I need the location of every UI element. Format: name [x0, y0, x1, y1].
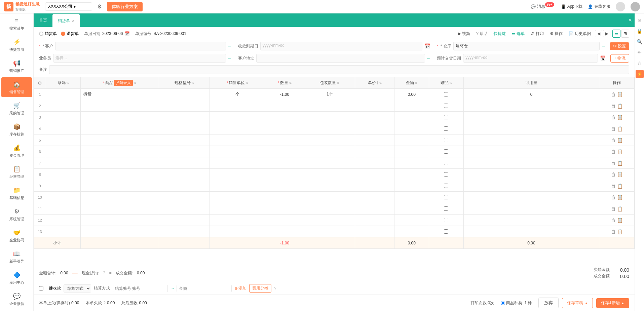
gift-checkbox[interactable] — [444, 195, 448, 199]
cell-gift[interactable] — [429, 89, 464, 100]
sort-spec-icon[interactable]: ⇅ — [191, 81, 194, 85]
table-gear-icon[interactable]: ⚙ — [38, 80, 42, 86]
cell-qty[interactable] — [265, 203, 304, 215]
expected-cal-icon[interactable]: 📅 — [600, 55, 606, 61]
window-close-icon[interactable]: × — [628, 17, 632, 24]
operate-btn[interactable]: ⚙ 操作 — [548, 30, 565, 38]
history-btn[interactable]: 📄 历史单据 — [567, 30, 593, 38]
cell-price[interactable] — [355, 112, 394, 123]
delete-icon[interactable]: 🗑 — [611, 115, 616, 120]
cell-qty[interactable] — [265, 112, 304, 123]
delete-icon[interactable]: 🗑 — [611, 103, 616, 109]
copy-icon[interactable]: 📋 — [617, 183, 623, 189]
abandon-button[interactable]: 放弃 — [538, 298, 559, 308]
cell-packqty[interactable] — [304, 192, 355, 203]
sort-packqty-icon[interactable]: ⇅ — [337, 81, 339, 85]
online-service-button[interactable]: 👤 在线客服 — [588, 4, 610, 9]
cell-unit[interactable] — [210, 123, 265, 134]
sort-amount-icon[interactable]: ⇅ — [415, 81, 417, 85]
amount-input[interactable] — [177, 285, 232, 292]
cell-unit[interactable]: 个 — [210, 89, 265, 100]
sort-price-icon[interactable]: ⇅ — [379, 81, 382, 85]
remark-input[interactable] — [49, 65, 629, 74]
cell-packqty[interactable]: 1个 — [304, 89, 355, 100]
cell-gift[interactable] — [429, 192, 464, 203]
cell-packqty[interactable] — [304, 215, 355, 226]
rp-edit-btn[interactable]: ✏ — [636, 48, 644, 56]
cell-packqty[interactable] — [304, 169, 355, 180]
copy-icon[interactable]: 📋 — [617, 92, 623, 97]
addr-dots[interactable]: ··· — [427, 56, 430, 60]
cell-unit[interactable] — [210, 100, 265, 112]
copy-icon[interactable]: 📋 — [617, 206, 623, 211]
cell-packqty[interactable] — [304, 180, 355, 192]
cell-barcode[interactable] — [46, 134, 81, 146]
gift-checkbox[interactable] — [444, 126, 448, 131]
app-download-button[interactable]: 📱 App下载 — [561, 4, 582, 9]
cell-product[interactable] — [80, 100, 159, 112]
sort-unit-icon[interactable]: ⇅ — [245, 81, 248, 85]
cell-gift[interactable] — [429, 169, 464, 180]
cell-product[interactable] — [80, 215, 159, 226]
cell-price[interactable] — [355, 146, 394, 157]
sidebar-item-purchase[interactable]: 🛒 采购管理 — [1, 99, 32, 118]
cell-amount[interactable] — [394, 169, 429, 180]
cell-barcode[interactable] — [46, 89, 81, 100]
cell-amount[interactable] — [394, 215, 429, 226]
cell-gift[interactable] — [429, 146, 464, 157]
cell-spec[interactable] — [159, 169, 210, 180]
cell-barcode[interactable] — [46, 215, 81, 226]
delete-icon[interactable]: 🗑 — [611, 172, 616, 177]
help-btn[interactable]: ? 帮助 — [474, 30, 490, 38]
tab-home[interactable]: 首页 — [34, 13, 52, 27]
gift-checkbox[interactable] — [444, 206, 448, 211]
cell-spec[interactable] — [159, 203, 210, 215]
print-btn[interactable]: 🖨 打印 — [529, 30, 546, 38]
cell-gift[interactable] — [429, 157, 464, 169]
cell-barcode[interactable] — [46, 157, 81, 169]
cell-product[interactable] — [80, 226, 159, 237]
tab-bar-close[interactable]: × — [628, 17, 635, 24]
cell-price[interactable] — [355, 123, 394, 134]
cell-spec[interactable] — [159, 146, 210, 157]
pay-method-select[interactable]: 结算方式 — [64, 284, 91, 293]
cell-packqty[interactable] — [304, 100, 355, 112]
cell-amount[interactable] — [394, 157, 429, 169]
receivable-cal-icon[interactable]: 📅 — [424, 43, 430, 49]
select-btn[interactable]: ☰ 选单 — [510, 30, 527, 38]
delete-icon[interactable]: 🗑 — [611, 195, 616, 200]
cell-spec[interactable] — [159, 192, 210, 203]
sidebar-item-operations[interactable]: 📋 经营管理 — [1, 162, 32, 182]
cell-amount[interactable] — [394, 100, 429, 112]
cell-price[interactable] — [355, 100, 394, 112]
cell-gift[interactable] — [429, 123, 464, 134]
cell-spec[interactable] — [159, 134, 210, 146]
cell-packqty[interactable] — [304, 123, 355, 134]
cell-price[interactable] — [355, 226, 394, 237]
sidebar-item-quick-nav[interactable]: ⚡ 快捷导航 — [1, 35, 32, 55]
fee-split-button[interactable]: 费用分摊 — [249, 284, 271, 293]
logistics-button[interactable]: + 物流 — [610, 54, 629, 63]
one-click-checkbox[interactable] — [39, 286, 43, 290]
tab-close-icon[interactable]: × — [72, 18, 74, 23]
cell-qty[interactable] — [265, 146, 304, 157]
cell-barcode[interactable] — [46, 203, 81, 215]
cell-amount[interactable] — [394, 123, 429, 134]
cell-gift[interactable] — [429, 134, 464, 146]
sidebar-item-app-center[interactable]: 🔷 应用中心 — [1, 268, 32, 288]
gift-checkbox[interactable] — [444, 184, 448, 188]
cell-amount[interactable] — [394, 192, 429, 203]
cell-qty[interactable] — [265, 169, 304, 180]
sidebar-item-search[interactable]: ≡ 搜索菜单 — [1, 14, 32, 34]
cell-unit[interactable] — [210, 157, 265, 169]
gift-checkbox[interactable] — [444, 149, 448, 154]
cell-packqty[interactable] — [304, 157, 355, 169]
cell-qty[interactable] — [265, 100, 304, 112]
cell-spec[interactable] — [159, 89, 210, 100]
cell-barcode[interactable] — [46, 123, 81, 134]
cell-qty[interactable] — [265, 123, 304, 134]
cell-gift[interactable] — [429, 226, 464, 237]
add-payment-button[interactable]: ⊕ 添加 — [234, 285, 247, 291]
cell-product[interactable] — [80, 180, 159, 192]
cell-price[interactable] — [355, 180, 394, 192]
